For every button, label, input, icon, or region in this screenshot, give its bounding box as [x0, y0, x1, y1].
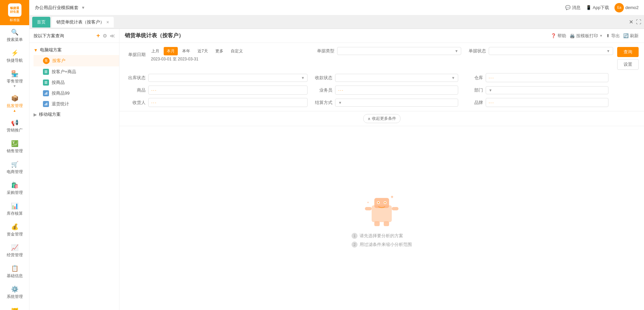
desktop-group-label: 电脑端方案 — [40, 47, 62, 53]
sidebar-item-sales[interactable]: 💹 销售管理 — [0, 137, 29, 157]
tip-num-1: 1 — [352, 233, 358, 239]
sidebar-item-wholesale[interactable]: 📦 批发管理 ▲ — [0, 91, 29, 116]
tree-item-return-stats[interactable]: 退货统计 — [34, 99, 119, 109]
goods-select[interactable]: ··· — [148, 86, 308, 95]
collapse-icon: ∧ — [368, 116, 371, 121]
tree-item-by-customer-goods[interactable]: 按客户+商品 — [34, 66, 119, 77]
user-avatar-btn[interactable]: Ea demo2 — [614, 3, 639, 12]
sidebar-item-shortcut[interactable]: ⚡ 快捷导航 — [0, 46, 29, 67]
date-tab-this-year[interactable]: 本年 — [179, 47, 193, 55]
date-tabs: 上月 本月 本年 近7天 更多 自定义 — [148, 47, 246, 55]
collapse-btn[interactable]: ∧ 收起更多条件 — [363, 114, 400, 123]
finance-icon: 💰 — [11, 223, 18, 230]
tree-expand-icon: ▼ — [34, 48, 38, 53]
date-tab-more[interactable]: 更多 — [212, 47, 226, 55]
department-select[interactable]: ▼ — [486, 86, 608, 94]
sidebar-item-inventory[interactable]: 📊 库存核算 — [0, 199, 29, 220]
date-tab-this-month[interactable]: 本月 — [164, 47, 178, 55]
filter-row-3: 商品 ··· 业务员 ··· 部门 ▼ — [125, 86, 639, 95]
tree-group-mobile-header[interactable]: ▶ 移动端方案 — [30, 109, 119, 119]
svg-rect-6 — [45, 94, 45, 95]
tree-item-by-goods-99[interactable]: 按商品99 — [34, 88, 119, 99]
sidebar-item-finance[interactable]: 💰 资金管理 — [0, 220, 29, 241]
tree-section: ▼ 电脑端方案 客 按客户 按客户+商品 — [30, 43, 119, 121]
return-stats-icon — [43, 101, 49, 107]
refresh-btn[interactable]: 🔄 刷新 — [623, 33, 639, 39]
settings-scheme-btn[interactable]: ⚙ — [103, 33, 107, 39]
header-dropdown-arrow[interactable]: ▼ — [81, 5, 85, 10]
empty-state: ✦ ✦ 1 请先选择要分析的方案 2 用过滤条件来缩小分析范围 — [119, 126, 644, 310]
tab-home[interactable]: 首页 — [32, 17, 50, 28]
search-menu-icon: 🔍 — [11, 29, 18, 36]
warehouse-label: 仓库 — [462, 75, 486, 81]
empty-tip-2: 2 用过滤条件来缩小分析范围 — [352, 242, 412, 248]
print-btn[interactable]: 🖨️ 按模板打印 ▼ — [570, 33, 603, 39]
doc-status-label: 单据状态 — [465, 48, 489, 54]
date-tab-custom[interactable]: 自定义 — [228, 47, 246, 55]
sidebar-item-marketing[interactable]: 📢 营销推广 — [0, 116, 29, 137]
payment-status-chevron: ▼ — [451, 76, 455, 80]
tree-item-by-customer[interactable]: 客 按客户 — [34, 55, 119, 66]
sidebar-item-system[interactable]: ⚙️ 系统管理 — [0, 282, 29, 303]
tree-group-desktop-header[interactable]: ▼ 电脑端方案 — [30, 45, 119, 55]
sidebar-item-purchase[interactable]: 🛍️ 采购管理 — [0, 178, 29, 199]
close-tab-icon[interactable]: × — [106, 19, 109, 25]
tree-group-desktop: ▼ 电脑端方案 客 按客户 按客户+商品 — [30, 45, 119, 109]
svg-rect-3 — [45, 82, 47, 83]
tree-desktop-items: 客 按客户 按客户+商品 — [30, 55, 119, 109]
doc-type-select[interactable]: ▼ — [337, 47, 462, 55]
add-scheme-btn[interactable]: + — [96, 32, 100, 39]
by-goods-icon — [43, 80, 49, 86]
doc-status-select[interactable]: ▼ — [489, 47, 613, 55]
filter-row-2: 出库状态 ▼ 收款状态 ▼ 仓库 — [125, 73, 639, 82]
sidebar-item-operations[interactable]: 📈 经营管理 — [0, 241, 29, 261]
date-tab-last-month[interactable]: 上月 — [148, 47, 162, 55]
warehouse-select[interactable]: ··· — [486, 73, 608, 82]
tab-bar: 首页 销货单统计表（按客户） × ✕ ⛶ — [30, 15, 644, 29]
settlement-select[interactable]: ▼ — [335, 99, 458, 107]
tab-report[interactable]: 销货单统计表（按客户） × — [52, 17, 114, 28]
salesperson-select[interactable]: ··· — [335, 86, 458, 95]
filter-brand-group: 品牌 ··· — [462, 98, 639, 107]
message-btn[interactable]: 💬 消息 — [565, 5, 581, 11]
export-icon: ⬆ — [606, 33, 610, 38]
header-left: 办公用品行业模拟账套 ▼ — [35, 5, 85, 11]
consignee-select[interactable]: ··· — [148, 98, 308, 107]
close-window-btn[interactable]: ✕ — [629, 19, 633, 25]
tree-mobile-expand-icon: ▶ — [34, 112, 37, 117]
export-btn[interactable]: ⬆ 导出 — [606, 33, 620, 39]
salesperson-label: 业务员 — [312, 87, 335, 93]
help-icon: ❓ — [551, 33, 556, 38]
ecom-icon: 🛒 — [11, 161, 18, 168]
settings-btn[interactable]: 设置 — [617, 59, 639, 70]
tab-report-label: 销货单统计表（按客户） — [56, 19, 104, 25]
consignee-label: 收货人 — [125, 100, 148, 106]
payment-status-select[interactable]: ▼ — [335, 74, 458, 82]
sidebar-item-ecom[interactable]: 🛒 电商管理 — [0, 157, 29, 178]
filter-salesperson-group: 业务员 ··· — [312, 86, 458, 95]
app-logo[interactable]: 畅捷通好生意 标准版 — [0, 0, 29, 25]
date-tab-last-7days[interactable]: 近7天 — [195, 47, 211, 55]
left-panel-title: 按以下方案查询 — [34, 33, 94, 39]
svg-rect-9 — [45, 104, 45, 105]
svg-text:✦: ✦ — [367, 201, 369, 204]
payment-status-label: 收款状态 — [312, 75, 335, 81]
sidebar-item-basic[interactable]: 📋 基础信息 — [0, 261, 29, 282]
retail-arrow: ▼ — [13, 84, 16, 88]
refresh-icon: 🔄 — [623, 33, 629, 38]
avatar: Ea — [614, 3, 624, 12]
out-status-select[interactable]: ▼ — [148, 74, 308, 82]
app-download-btn[interactable]: 📱 App下载 — [586, 5, 609, 11]
brand-select[interactable]: ··· — [486, 98, 608, 107]
collapse-panel-btn[interactable]: ≪ — [110, 33, 115, 39]
sidebar-item-retail[interactable]: 🏪 零售管理 ▼ — [0, 67, 29, 91]
date-range: 2023-03-01 至 2023-03-31 — [151, 56, 246, 62]
print-dropdown-icon[interactable]: ▼ — [599, 34, 603, 38]
query-btn[interactable]: 查询 — [617, 47, 639, 57]
help-btn[interactable]: ❓ 帮助 — [551, 33, 566, 39]
logo-subtitle: 标准版 — [10, 18, 20, 22]
maximize-btn[interactable]: ⛶ — [636, 19, 641, 25]
sidebar-item-search[interactable]: 🔍 搜索菜单 — [0, 25, 29, 46]
sidebar-item-enterprise[interactable]: 🤝 企业协同 — [0, 303, 29, 310]
tree-item-by-goods[interactable]: 按商品 — [34, 77, 119, 88]
